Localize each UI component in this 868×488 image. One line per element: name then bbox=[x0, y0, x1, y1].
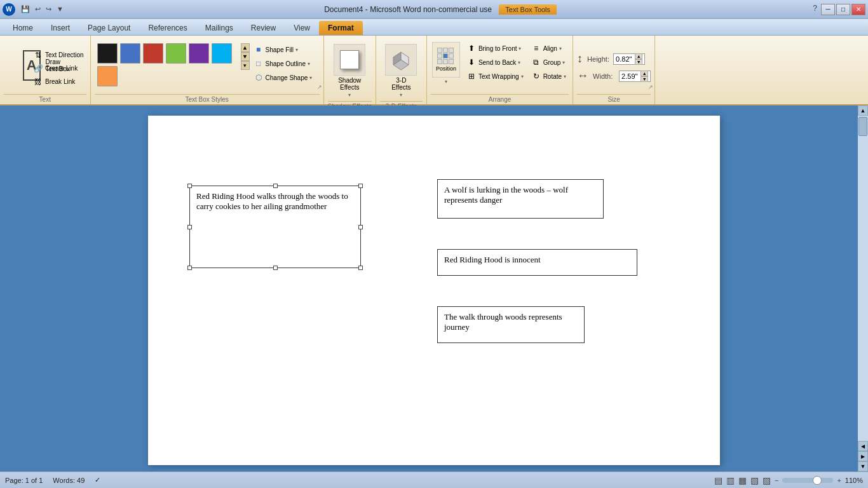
shadow-effects-label: ShadowEffects bbox=[338, 77, 361, 91]
view-web-icon[interactable]: ▥ bbox=[726, 475, 735, 485]
break-link-label: Break Link bbox=[45, 78, 75, 85]
quick-access-dropdown[interactable]: ▼ bbox=[55, 5, 65, 13]
change-shape-dropdown[interactable]: ▾ bbox=[309, 75, 312, 81]
text-wrapping-dropdown[interactable]: ▾ bbox=[521, 74, 524, 79]
shape-outline-dropdown[interactable]: ▾ bbox=[308, 61, 310, 67]
rotate-dropdown[interactable]: ▾ bbox=[564, 74, 566, 79]
create-link-button[interactable]: 🔗 Create Link bbox=[31, 62, 80, 75]
swatch-blue[interactable] bbox=[120, 43, 140, 64]
document-page: Red Riding Hood walks through the woods … bbox=[148, 116, 720, 465]
tab-view[interactable]: View bbox=[285, 21, 319, 35]
text-direction-button[interactable]: ⇅ Text Direction bbox=[31, 49, 86, 62]
swatches-controls[interactable]: ▲ ▼ ▾ bbox=[241, 41, 250, 70]
text-box-4[interactable]: The walk through woods represents journe… bbox=[437, 306, 585, 343]
rotate-button[interactable]: ↻ Rotate ▾ bbox=[529, 70, 569, 83]
view-draft-icon[interactable]: ▨ bbox=[763, 475, 771, 485]
handle-tm[interactable] bbox=[273, 184, 278, 188]
text-box-2[interactable]: A wolf is lurking in the woods – wolf re… bbox=[437, 179, 604, 219]
view-outline-icon[interactable]: ▦ bbox=[738, 475, 747, 485]
handle-bm[interactable] bbox=[273, 266, 278, 270]
vertical-scrollbar[interactable]: ▲ ◀ ▶ ▼ bbox=[858, 105, 868, 471]
tab-format[interactable]: Format bbox=[319, 21, 363, 35]
handle-ml[interactable] bbox=[187, 225, 192, 229]
close-button[interactable]: ✕ bbox=[851, 4, 865, 15]
zoom-in-button[interactable]: + bbox=[837, 477, 841, 484]
shape-fill-dropdown[interactable]: ▾ bbox=[295, 47, 298, 53]
align-dropdown[interactable]: ▾ bbox=[559, 46, 562, 51]
undo-icon[interactable]: ↩ bbox=[33, 5, 43, 13]
group-dropdown[interactable]: ▾ bbox=[562, 60, 565, 65]
scroll-thumb[interactable] bbox=[858, 117, 867, 136]
tab-mailings[interactable]: Mailings bbox=[196, 21, 242, 35]
swatches-down-button[interactable]: ▼ bbox=[241, 52, 250, 61]
send-back-button[interactable]: ⬇ Send to Back ▾ bbox=[464, 56, 526, 69]
swatches-expand-button[interactable]: ▾ bbox=[241, 61, 250, 70]
zoom-out-button[interactable]: − bbox=[775, 477, 778, 484]
align-button[interactable]: ≡ Align ▾ bbox=[529, 42, 569, 55]
tab-page-layout[interactable]: Page Layout bbox=[79, 21, 139, 35]
view-reading-icon[interactable]: ▧ bbox=[750, 475, 759, 485]
shape-fill-button[interactable]: ■ Shape Fill ▾ bbox=[251, 43, 318, 56]
view-normal-icon[interactable]: ▤ bbox=[714, 475, 722, 485]
text-wrapping-label: Text Wrapping bbox=[478, 73, 519, 80]
width-up-button[interactable]: ▲ bbox=[641, 71, 648, 76]
height-input[interactable]: 0.82" ▲ ▼ bbox=[613, 53, 645, 65]
position-dropdown[interactable]: ▾ bbox=[445, 79, 447, 85]
swatch-purple[interactable] bbox=[189, 43, 209, 64]
swatch-cyan[interactable] bbox=[212, 43, 232, 64]
handle-tl[interactable] bbox=[187, 184, 192, 188]
height-down-button[interactable]: ▼ bbox=[635, 59, 642, 65]
maximize-button[interactable]: □ bbox=[836, 4, 850, 15]
text-box-3[interactable]: Red Riding Hood is innocent bbox=[437, 249, 637, 276]
window-title: Document4 - Microsoft Word non-commercia… bbox=[71, 5, 810, 14]
window-controls[interactable]: ? ─ □ ✕ bbox=[810, 4, 865, 15]
width-down-button[interactable]: ▼ bbox=[641, 76, 648, 82]
3d-effects-dropdown[interactable]: ▾ bbox=[400, 92, 402, 98]
tab-home[interactable]: Home bbox=[4, 21, 42, 35]
swatch-green[interactable] bbox=[166, 43, 186, 64]
group-button[interactable]: ⧉ Group ▾ bbox=[529, 56, 569, 69]
bring-front-dropdown[interactable]: ▾ bbox=[519, 46, 521, 51]
handle-bl[interactable] bbox=[187, 266, 192, 270]
height-up-button[interactable]: ▲ bbox=[635, 53, 642, 59]
align-label: Align bbox=[543, 45, 557, 52]
swatch-orange[interactable] bbox=[97, 66, 118, 86]
handle-tr[interactable] bbox=[358, 184, 363, 188]
shadow-effects-dropdown[interactable]: ▾ bbox=[348, 92, 351, 98]
send-back-dropdown[interactable]: ▾ bbox=[518, 60, 520, 65]
shadow-effects-button[interactable]: ShadowEffects ▾ bbox=[330, 42, 369, 100]
swatch-red[interactable] bbox=[143, 43, 163, 64]
tab-review[interactable]: Review bbox=[242, 21, 285, 35]
3d-effects-button[interactable]: 3-DEffects ▾ bbox=[382, 42, 420, 100]
zoom-level[interactable]: 110% bbox=[845, 477, 863, 484]
position-button[interactable]: Position ▾ bbox=[431, 41, 461, 86]
minimize-button[interactable]: ─ bbox=[821, 4, 835, 15]
zoom-slider[interactable] bbox=[782, 478, 833, 483]
scroll-page-up-button[interactable]: ◀ bbox=[858, 441, 868, 451]
scroll-up-button[interactable]: ▲ bbox=[858, 105, 868, 116]
text-wrapping-button[interactable]: ⊞ Text Wrapping ▾ bbox=[464, 70, 526, 83]
scroll-down-button[interactable]: ▼ bbox=[858, 461, 868, 471]
color-swatches-area bbox=[95, 41, 241, 89]
handle-mr[interactable] bbox=[358, 225, 363, 229]
break-link-button[interactable]: ⛓ Break Link bbox=[31, 76, 78, 88]
save-icon[interactable]: 💾 bbox=[19, 5, 32, 13]
swatch-black[interactable] bbox=[97, 43, 118, 64]
size-expand-icon[interactable]: ↗ bbox=[648, 84, 653, 90]
handle-br[interactable] bbox=[358, 266, 363, 270]
quick-access-toolbar[interactable]: 💾 ↩ ↪ ▼ bbox=[19, 5, 65, 13]
change-shape-button[interactable]: ⬡ Change Shape ▾ bbox=[251, 71, 318, 84]
width-icon: ↔ bbox=[577, 69, 588, 83]
text-box-1[interactable]: Red Riding Hood walks through the woods … bbox=[189, 186, 361, 268]
zoom-thumb[interactable] bbox=[813, 476, 822, 485]
scroll-page-down-button[interactable]: ▶ bbox=[858, 451, 868, 461]
bring-front-button[interactable]: ⬆ Bring to Front ▾ bbox=[464, 42, 526, 55]
width-input[interactable]: 2.59" ▲ ▼ bbox=[619, 71, 651, 82]
textbox-styles-expand-icon[interactable]: ↗ bbox=[317, 84, 322, 90]
tab-insert[interactable]: Insert bbox=[42, 21, 79, 35]
redo-icon[interactable]: ↪ bbox=[44, 5, 53, 13]
swatches-up-button[interactable]: ▲ bbox=[241, 43, 250, 52]
help-icon[interactable]: ? bbox=[810, 4, 820, 15]
shape-outline-button[interactable]: □ Shape Outline ▾ bbox=[251, 57, 318, 70]
tab-references[interactable]: References bbox=[139, 21, 196, 35]
